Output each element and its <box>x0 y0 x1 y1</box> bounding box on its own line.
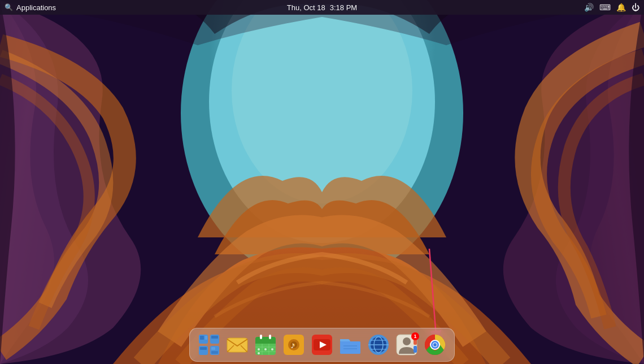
dock-item-music[interactable]: ♪ <box>280 331 307 358</box>
svg-point-26 <box>264 348 267 350</box>
svg-rect-12 <box>211 347 215 350</box>
svg-point-25 <box>258 348 260 350</box>
svg-rect-13 <box>211 351 218 354</box>
time-display: 3:18 PM <box>330 3 357 12</box>
svg-point-48 <box>403 337 411 345</box>
dock-item-mosaic[interactable] <box>195 331 223 358</box>
power-icon[interactable]: ⏻ <box>632 3 639 12</box>
svg-rect-9 <box>205 336 207 340</box>
notification-icon[interactable]: 🔔 <box>616 3 626 12</box>
dock: ♪ <box>189 328 455 362</box>
dock-item-chrome[interactable] <box>421 331 449 358</box>
desktop: 🔍 Applications Thu, Oct 18 3:18 PM 🔊 ⌨ 🔔… <box>0 0 644 364</box>
dock-item-contacts[interactable]: 1 <box>393 331 420 358</box>
volume-icon[interactable]: 🔊 <box>584 3 594 12</box>
svg-rect-18 <box>255 341 276 344</box>
svg-text:♪: ♪ <box>290 340 295 350</box>
panel-center: Thu, Oct 18 3:18 PM <box>287 3 357 12</box>
panel-left: 🔍 Applications <box>5 3 56 12</box>
svg-rect-14 <box>227 338 247 352</box>
dock-item-browser[interactable] <box>365 331 392 358</box>
dock-item-mail[interactable] <box>224 331 251 358</box>
keyboard-icon[interactable]: ⌨ <box>599 3 611 12</box>
panel-right: 🔊 ⌨ 🔔 ⏻ <box>584 3 639 12</box>
svg-rect-19 <box>260 335 262 339</box>
dock-item-files[interactable] <box>337 331 364 358</box>
svg-point-55 <box>433 343 437 346</box>
svg-rect-10 <box>211 336 218 339</box>
contacts-badge: 1 <box>411 332 419 340</box>
dock-item-youtube[interactable] <box>308 331 336 358</box>
svg-rect-8 <box>200 336 204 340</box>
svg-rect-20 <box>269 335 271 339</box>
svg-point-28 <box>258 352 260 354</box>
svg-point-27 <box>271 348 273 350</box>
svg-rect-50 <box>414 346 417 353</box>
wallpaper <box>0 0 644 364</box>
svg-rect-11 <box>200 347 207 350</box>
svg-rect-37 <box>340 341 360 354</box>
search-icon: 🔍 <box>5 3 13 11</box>
dock-item-calendar[interactable] <box>252 331 279 358</box>
date-display: Thu, Oct 18 <box>287 3 325 12</box>
top-panel: 🔍 Applications Thu, Oct 18 3:18 PM 🔊 ⌨ 🔔… <box>0 0 644 15</box>
applications-button[interactable]: Applications <box>16 3 56 12</box>
